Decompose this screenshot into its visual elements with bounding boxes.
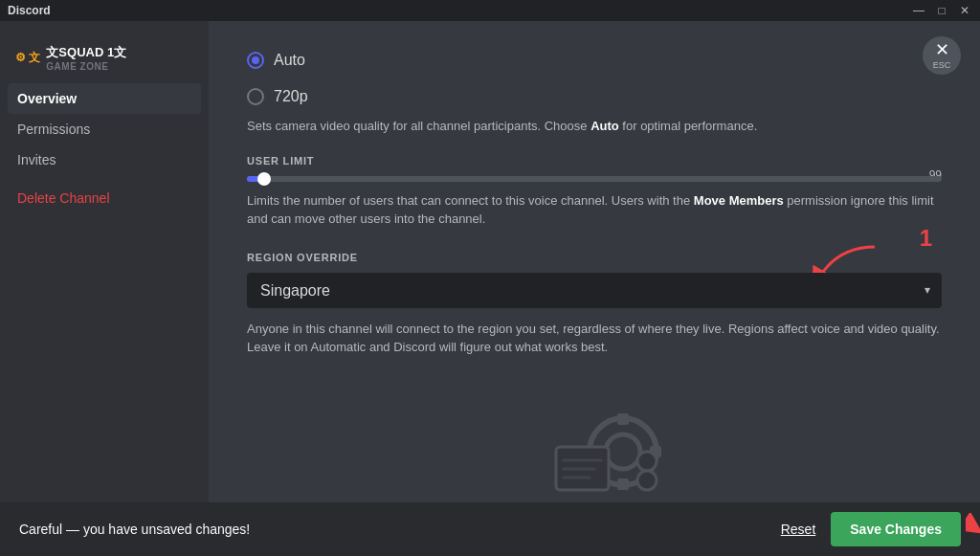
region-description: Anyone in this channel will connect to t… (247, 320, 942, 357)
video-quality-description: Sets camera video quality for all channe… (247, 117, 942, 136)
gear-illustration (499, 389, 690, 503)
minimize-button[interactable]: — (911, 4, 926, 17)
annotation-2-arrow (966, 513, 980, 551)
svg-point-1 (606, 434, 640, 469)
user-limit-label: USER LIMIT (247, 155, 942, 167)
sidebar-item-permissions[interactable]: Permissions (8, 114, 201, 145)
save-changes-button[interactable]: Save Changes (831, 512, 961, 546)
bottom-actions: Reset Save Changes 2 (781, 512, 961, 546)
close-button[interactable]: ✕ (957, 4, 972, 17)
delete-channel-button[interactable]: Delete Channel (8, 183, 201, 213)
user-limit-slider-container: 99 (247, 176, 942, 182)
server-info: 文SQUAD 1文 GAME ZONE (46, 44, 126, 72)
sidebar: ⚙ 文 文SQUAD 1文 GAME ZONE Overview Permiss… (0, 21, 209, 502)
slider-track (247, 176, 942, 182)
auto-radio[interactable] (247, 52, 264, 69)
svg-point-10 (637, 452, 657, 471)
unsaved-changes-message: Careful — you have unsaved changes! (19, 522, 250, 537)
annotation-1-number: 1 (920, 225, 932, 252)
region-override-label: REGION OVERRIDE (247, 252, 942, 263)
user-limit-description: Limits the number of users that can conn… (247, 191, 942, 229)
720p-radio[interactable] (247, 88, 264, 105)
auto-quality-label: Auto (274, 52, 305, 69)
sidebar-item-overview[interactable]: Overview (8, 83, 201, 114)
app-title: Discord (8, 4, 51, 17)
title-bar: Discord — □ ✕ (0, 0, 980, 21)
decoration-image (247, 380, 942, 503)
reset-button[interactable]: Reset (781, 522, 816, 537)
annotation-1-container: 1 (920, 225, 932, 252)
server-name-label: 文SQUAD 1文 (46, 44, 126, 61)
svg-rect-3 (617, 478, 629, 490)
video-quality-section: Auto 720p Sets camera video quality for … (247, 44, 942, 136)
sidebar-item-invites[interactable]: Invites (8, 145, 201, 175)
720p-quality-label: 720p (274, 88, 308, 105)
region-select-wrapper: Automatic Brazil Europe Hong Kong India … (247, 273, 942, 308)
main-content: ⚙ 文 文SQUAD 1文 GAME ZONE Overview Permiss… (0, 21, 980, 502)
content-area: ✕ ESC Auto 720p Sets camera video qualit… (209, 21, 980, 502)
annotation-2-container: 2 (966, 513, 980, 551)
maximize-button[interactable]: □ (934, 4, 949, 17)
window-controls: — □ ✕ (911, 4, 972, 17)
close-icon: ✕ (935, 41, 949, 58)
app-window: Discord — □ ✕ ⚙ 文 文SQUAD 1文 GAME ZONE Ov… (0, 0, 980, 556)
user-limit-section: USER LIMIT 99 Limits the number of users… (247, 155, 942, 229)
auto-quality-option[interactable]: Auto (247, 44, 942, 77)
svg-rect-2 (617, 413, 629, 425)
720p-quality-option[interactable]: 720p (247, 80, 942, 113)
server-name-section: ⚙ 文 文SQUAD 1文 GAME ZONE (8, 36, 201, 83)
server-icon: ⚙ 文 (15, 50, 40, 66)
slider-thumb[interactable] (257, 172, 271, 186)
region-select[interactable]: Automatic Brazil Europe Hong Kong India … (247, 273, 942, 308)
svg-point-11 (637, 471, 657, 490)
server-sublabel: GAME ZONE (46, 61, 126, 72)
region-override-section: 1 REGION OVERRIDE (247, 252, 942, 357)
esc-button[interactable]: ✕ ESC (923, 36, 961, 75)
bottom-bar: Careful — you have unsaved changes! Rese… (0, 502, 980, 556)
